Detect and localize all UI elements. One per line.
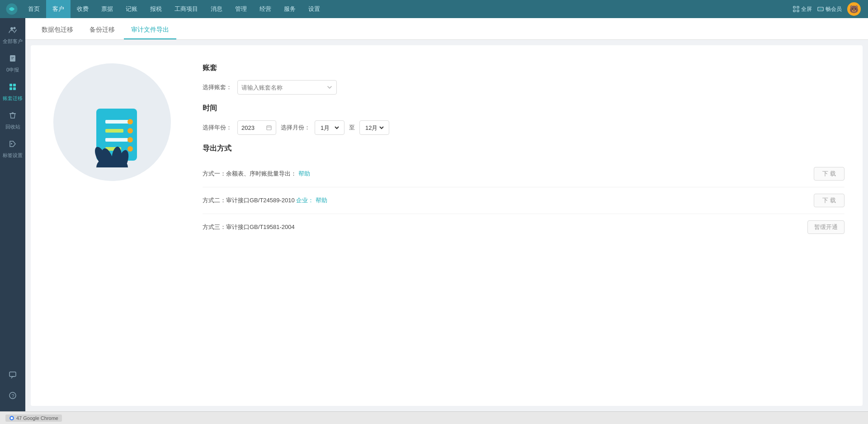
sidebar-label-all-clients: 全部客户	[3, 38, 23, 45]
method2-label: 方式二：审计接口GB/T24589-2010 企业： 帮助	[203, 196, 327, 205]
sidebar-help[interactable]: ?	[0, 387, 25, 406]
sidebar-label-account-migrate: 账套迁移	[3, 95, 23, 102]
method1-label: 方式一：余额表、序时账批量导出： 帮助	[203, 170, 310, 178]
svg-rect-8	[10, 55, 15, 62]
taskbar-chrome[interactable]: 47 Google Chrome	[5, 414, 62, 422]
svg-rect-2	[797, 6, 799, 8]
nav-home[interactable]: 首页	[22, 0, 46, 18]
tab-data-migrate[interactable]: 数据包迁移	[34, 20, 80, 39]
time-section-title: 时间	[203, 104, 844, 113]
sidebar-item-account-migrate[interactable]: 账套迁移	[0, 79, 25, 105]
top-nav: 首页 客户 收费 票据 记账 报税 工商项目 消息 管理 经营 服务 设置 全屏…	[0, 0, 868, 18]
nav-service[interactable]: 服务	[278, 0, 302, 18]
account-input[interactable]	[241, 84, 326, 91]
start-month-select[interactable]: 1月2月3月4月 5月6月7月8月 9月10月11月12月	[315, 120, 344, 135]
account-row: 选择账套：	[203, 80, 844, 95]
svg-point-7	[14, 27, 16, 29]
sidebar-chat[interactable]	[0, 367, 25, 386]
app-logo	[4, 1, 20, 17]
sidebar-label-zero-declare: 0申报	[6, 67, 19, 73]
nav-message[interactable]: 消息	[204, 0, 229, 18]
svg-rect-10	[13, 84, 16, 86]
tab-audit-export[interactable]: 审计文件导出	[124, 20, 176, 39]
nav-billing[interactable]: 收费	[71, 0, 95, 18]
svg-point-25	[127, 146, 133, 152]
to-text: 至	[349, 124, 355, 132]
clients-icon	[8, 25, 17, 37]
main-container: 账套 选择账套： 时间 选择年份：	[49, 59, 844, 240]
bottom-bar: 47 Google Chrome	[0, 411, 868, 424]
export-method-1: 方式一：余额表、序时账批量导出： 帮助 下 载	[203, 161, 844, 187]
method3-open-btn[interactable]: 暂缓开通	[807, 220, 844, 234]
svg-rect-14	[9, 372, 16, 376]
svg-rect-11	[9, 87, 12, 90]
nav-operation[interactable]: 经营	[253, 0, 278, 18]
method2-enterprise: 企业：	[296, 197, 314, 204]
time-controls: 选择月份： 1月2月3月4月 5月6月7月8月 9月10月11月12月 至	[237, 120, 389, 135]
account-section-title: 账套	[203, 63, 844, 73]
sidebar-item-tag-settings[interactable]: 标签设置	[0, 136, 25, 162]
export-section: 方式一：余额表、序时账批量导出： 帮助 下 载 方式二：审计接口GB/T2458…	[203, 161, 844, 240]
year-input[interactable]	[241, 124, 264, 131]
chevron-down-icon	[326, 84, 333, 91]
nav-tax[interactable]: 报税	[144, 0, 168, 18]
svg-rect-9	[9, 84, 12, 86]
recycle-icon	[8, 111, 17, 122]
main-layout: 全部客户 0申报 账套迁移	[0, 18, 868, 411]
export-section-title: 导出方式	[203, 144, 844, 153]
tag-icon	[8, 139, 17, 151]
end-month-dropdown[interactable]: 1月2月3月4月 5月6月7月8月 9月10月11月12月	[363, 124, 385, 132]
member-btn[interactable]: 畅会员	[817, 5, 842, 13]
form-area: 账套 选择账套： 时间 选择年份：	[203, 59, 844, 240]
content-area: 数据包迁移 备份迁移 审计文件导出	[25, 18, 868, 411]
svg-point-24	[127, 137, 133, 143]
method2-download-btn[interactable]: 下 载	[814, 194, 844, 207]
top-nav-right: 全屏 畅会员 🐻	[793, 2, 868, 16]
nav-client[interactable]: 客户	[46, 0, 71, 18]
tab-bar: 数据包迁移 备份迁移 审计文件导出	[25, 18, 868, 40]
end-month-select[interactable]: 1月2月3月4月 5月6月7月8月 9月10月11月12月	[359, 120, 389, 135]
chat-icon	[8, 371, 17, 382]
svg-point-23	[127, 128, 133, 133]
sidebar-item-all-clients[interactable]: 全部客户	[0, 22, 25, 48]
fullscreen-btn[interactable]: 全屏	[793, 5, 812, 13]
svg-rect-18	[105, 120, 130, 124]
svg-point-13	[11, 143, 12, 144]
export-method-3: 方式三：审计接口GB/T19581-2004 暂缓开通	[203, 214, 844, 240]
method1-download-btn[interactable]: 下 载	[814, 167, 844, 181]
start-month-dropdown[interactable]: 1月2月3月4月 5月6月7月8月 9月10月11月12月	[319, 124, 340, 132]
page-content: 账套 选择账套： 时间 选择年份：	[31, 45, 863, 406]
svg-rect-12	[13, 87, 16, 90]
account-input-wrap[interactable]	[237, 80, 337, 95]
nav-invoice[interactable]: 票据	[95, 0, 119, 18]
method2-help-link[interactable]: 帮助	[316, 197, 327, 204]
svg-rect-3	[793, 10, 795, 12]
svg-rect-1	[793, 6, 795, 8]
avatar[interactable]: 🐻	[847, 2, 861, 16]
svg-point-22	[127, 119, 133, 124]
nav-business[interactable]: 工商项目	[168, 0, 204, 18]
sidebar-item-zero-declare[interactable]: 0申报	[0, 50, 25, 77]
illustration-circle	[53, 63, 171, 181]
nav-manage[interactable]: 管理	[229, 0, 253, 18]
help-icon: ?	[8, 391, 17, 402]
month-label: 选择月份：	[281, 124, 310, 132]
svg-point-33	[11, 417, 13, 419]
sidebar: 全部客户 0申报 账套迁移	[0, 18, 25, 411]
calendar-icon	[266, 124, 272, 131]
nav-settings[interactable]: 设置	[302, 0, 326, 18]
migrate-icon	[8, 82, 17, 94]
method1-help-link[interactable]: 帮助	[298, 170, 310, 177]
svg-text:?: ?	[12, 393, 14, 399]
tab-backup-migrate[interactable]: 备份迁移	[82, 20, 122, 39]
svg-rect-31	[267, 126, 271, 130]
nav-items: 首页 客户 收费 票据 记账 报税 工商项目 消息 管理 经营 服务 设置	[22, 0, 793, 18]
sidebar-item-recycle[interactable]: 回收站	[0, 107, 25, 134]
year-input-wrap[interactable]	[237, 120, 276, 135]
svg-rect-19	[105, 129, 123, 133]
sidebar-label-tag-settings: 标签设置	[3, 152, 23, 159]
export-method-2: 方式二：审计接口GB/T24589-2010 企业： 帮助 下 载	[203, 187, 844, 214]
nav-accounting[interactable]: 记账	[119, 0, 144, 18]
declare-icon	[8, 54, 17, 65]
year-label: 选择年份：	[203, 124, 232, 132]
